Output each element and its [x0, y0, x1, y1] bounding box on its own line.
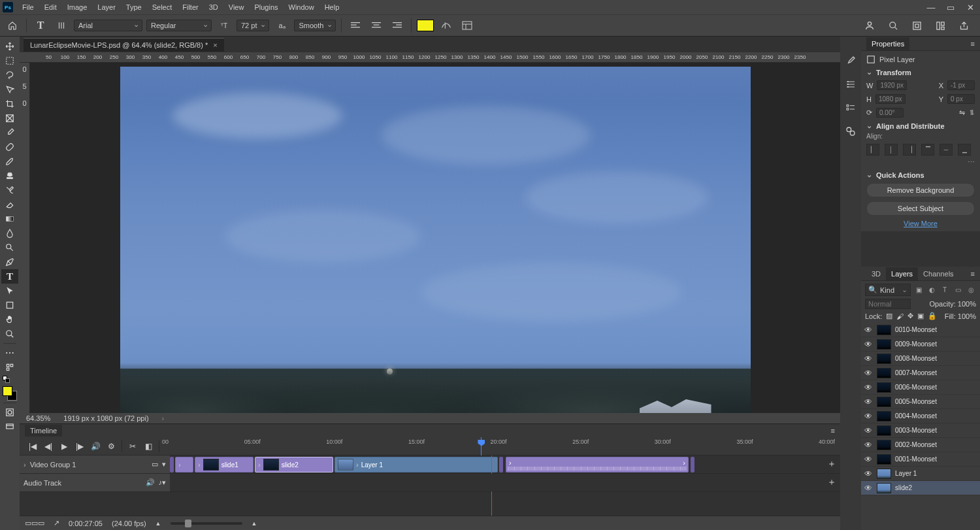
split-clip-icon[interactable]: ✂ — [125, 439, 140, 454]
frame-tool-icon[interactable] — [1, 111, 18, 125]
panel-menu-icon[interactable]: ≡ — [971, 40, 975, 48]
font-size-select[interactable]: 72 pt — [237, 20, 269, 31]
add-audio-icon[interactable]: ＋ — [827, 476, 836, 488]
panel-menu-icon[interactable]: ≡ — [971, 270, 975, 278]
layer-row[interactable]: 👁 0001-Moonset — [861, 452, 980, 467]
blend-mode-select[interactable]: Normal — [865, 299, 911, 309]
path-select-tool-icon[interactable] — [1, 284, 18, 298]
quick-actions-section[interactable]: Quick Actions — [866, 171, 975, 179]
zoom-level[interactable]: 64.35% — [26, 414, 50, 422]
cloud-docs-icon[interactable] — [861, 17, 878, 34]
lock-artboard-icon[interactable]: ▣ — [917, 312, 924, 320]
panel-tab-3d[interactable]: 3D — [866, 267, 886, 280]
anti-alias-select[interactable]: Smooth — [294, 20, 336, 31]
filter-type-icon[interactable]: T — [939, 286, 950, 295]
flip-h-icon[interactable]: ⇋ — [959, 108, 965, 117]
close-tab-icon[interactable]: × — [213, 41, 217, 49]
align-right-btn[interactable]: ▕ — [903, 144, 916, 156]
menu-help[interactable]: Help — [319, 1, 345, 13]
eyedropper-tool-icon[interactable] — [1, 125, 18, 140]
clip-layer1[interactable]: ›Layer 1 — [335, 457, 498, 472]
align-bottom-btn[interactable]: ▁ — [958, 144, 971, 156]
menu-file[interactable]: File — [17, 1, 39, 13]
menu-filter[interactable]: Filter — [177, 1, 203, 13]
audio-track-lane[interactable]: ＋ — [170, 474, 840, 491]
render-icon[interactable]: ↗ — [54, 519, 59, 527]
visibility-icon[interactable]: 👁 — [864, 455, 873, 464]
zoom-tool-icon[interactable] — [1, 327, 18, 341]
align-section[interactable]: Align and Distribute — [866, 122, 975, 130]
x-input[interactable]: -1 px — [947, 80, 975, 90]
menu-layer[interactable]: Layer — [92, 1, 121, 13]
align-hcenter-btn[interactable]: │ — [885, 144, 898, 156]
zoom-out-icon[interactable]: ▲ — [155, 520, 161, 527]
layer-thumbnail[interactable] — [877, 397, 891, 407]
select-subject-button[interactable]: Select Subject — [866, 201, 975, 216]
visibility-icon[interactable]: 👁 — [864, 484, 873, 493]
minimize-button[interactable]: — — [921, 1, 941, 14]
menu-plugins[interactable]: Plugins — [249, 1, 283, 13]
track-menu-icon[interactable]: ▾ — [162, 460, 166, 469]
add-media-icon[interactable]: ＋ — [827, 458, 836, 470]
history-panel-icon[interactable] — [843, 101, 858, 115]
quick-mask-icon[interactable] — [1, 405, 18, 420]
remove-background-button[interactable]: Remove Background — [866, 183, 975, 197]
properties-tab[interactable]: Properties — [866, 37, 909, 50]
width-input[interactable]: 1920 px — [877, 80, 907, 90]
visibility-icon[interactable]: 👁 — [864, 354, 873, 363]
mute-icon[interactable]: 🔊 — [88, 439, 103, 454]
y-input[interactable]: 0 px — [947, 94, 975, 104]
panel-tab-channels[interactable]: Channels — [918, 267, 958, 280]
filter-shape-icon[interactable]: ▭ — [953, 286, 963, 295]
layer-thumbnail[interactable] — [877, 483, 891, 493]
blur-tool-icon[interactable] — [1, 226, 18, 240]
layer-thumbnail[interactable] — [877, 454, 891, 465]
layer-thumbnail[interactable] — [877, 368, 891, 378]
video-track-lane[interactable]: › ›slide1 ›slide2 ›Layer 1 › — [170, 455, 840, 473]
play-icon[interactable]: ▶ — [56, 439, 72, 454]
type-tool-icon[interactable]: T — [32, 17, 49, 34]
layer-row[interactable]: 👁 0004-Moonset — [861, 409, 980, 423]
align-right-icon[interactable] — [389, 17, 406, 34]
text-orientation-icon[interactable] — [53, 17, 70, 34]
align-left-icon[interactable] — [347, 17, 364, 34]
menu-type[interactable]: Type — [121, 1, 147, 13]
menu-window[interactable]: Window — [284, 1, 319, 13]
filter-pixel-icon[interactable]: ▣ — [913, 286, 924, 295]
layer-thumbnail[interactable] — [877, 440, 891, 450]
go-to-start-icon[interactable]: |◀ — [25, 439, 41, 454]
font-style-select[interactable]: Regular — [146, 20, 212, 31]
foreground-background-colors[interactable] — [3, 386, 17, 401]
layer-thumbnail[interactable] — [877, 425, 891, 436]
clone-stamp-tool-icon[interactable] — [1, 169, 18, 183]
visibility-icon[interactable]: 👁 — [864, 412, 873, 421]
adjustments-panel-icon[interactable] — [843, 124, 858, 139]
type-tool-icon[interactable]: T — [1, 269, 18, 284]
track-expand-icon[interactable]: › — [24, 461, 26, 469]
align-top-btn[interactable]: ▔ — [921, 144, 934, 156]
layer-thumbnail[interactable] — [877, 325, 891, 335]
visibility-icon[interactable]: 👁 — [864, 469, 873, 478]
align-left-btn[interactable]: ▏ — [866, 144, 879, 156]
screen-mode-icon[interactable] — [1, 420, 18, 434]
brush-tool-icon[interactable] — [1, 154, 18, 169]
rectangle-tool-icon[interactable] — [1, 298, 18, 312]
status-more-icon[interactable]: › — [162, 414, 165, 422]
angle-input[interactable]: 0.00° — [876, 108, 904, 118]
layer-row[interactable]: 👁 0005-Moonset — [861, 395, 980, 409]
audio-note-icon[interactable]: ♪▾ — [159, 478, 167, 487]
clip-handle[interactable] — [499, 457, 503, 472]
next-frame-icon[interactable]: |▶ — [72, 439, 88, 454]
flip-v-icon[interactable]: ⥮ — [969, 108, 975, 117]
filter-smart-icon[interactable]: ◎ — [966, 286, 976, 295]
clip-handle[interactable] — [691, 457, 694, 472]
share-icon[interactable] — [955, 17, 972, 34]
home-button[interactable] — [4, 17, 21, 34]
prev-frame-icon[interactable]: ◀| — [41, 439, 56, 454]
menu-3d[interactable]: 3D — [204, 1, 223, 13]
layer-row[interactable]: 👁 0009-Moonset — [861, 337, 980, 352]
menu-view[interactable]: View — [223, 1, 250, 13]
layer-row[interactable]: 👁 0006-Moonset — [861, 380, 980, 395]
align-center-icon[interactable] — [368, 17, 385, 34]
vertical-ruler[interactable]: 050 — [20, 63, 30, 413]
